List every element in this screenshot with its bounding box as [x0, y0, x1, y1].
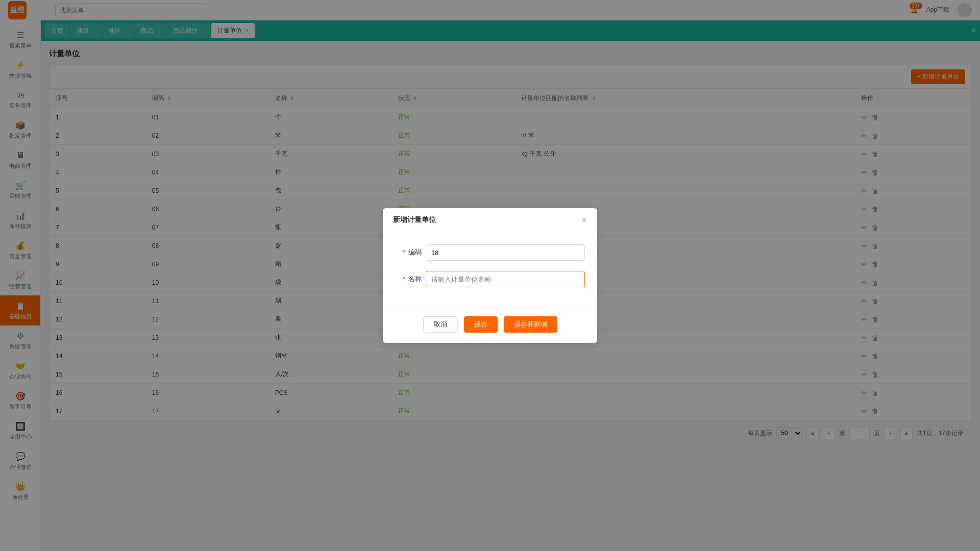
form-row-code: * 编码	[395, 244, 585, 261]
modal-overlay: 新增计量单位 × * 编码 * 名称 取消 保存 保存并新增	[0, 0, 980, 551]
code-input[interactable]	[426, 244, 585, 261]
modal-footer: 取消 保存 保存并新增	[383, 310, 597, 343]
add-uom-modal: 新增计量单位 × * 编码 * 名称 取消 保存 保存并新增	[383, 208, 597, 343]
required-star-name: *	[403, 275, 405, 283]
cancel-button[interactable]: 取消	[423, 316, 458, 333]
form-row-name: * 名称	[395, 271, 585, 287]
modal-header: 新增计量单位 ×	[383, 208, 597, 232]
modal-body: * 编码 * 名称	[383, 232, 597, 306]
name-input[interactable]	[426, 271, 585, 287]
required-star-code: *	[403, 248, 405, 256]
modal-close-button[interactable]: ×	[581, 215, 587, 224]
save-button[interactable]: 保存	[464, 316, 498, 333]
save-and-new-button[interactable]: 保存并新增	[504, 316, 557, 333]
modal-title: 新增计量单位	[393, 215, 436, 224]
code-label: * 编码	[395, 248, 426, 257]
name-label: * 名称	[395, 274, 426, 284]
